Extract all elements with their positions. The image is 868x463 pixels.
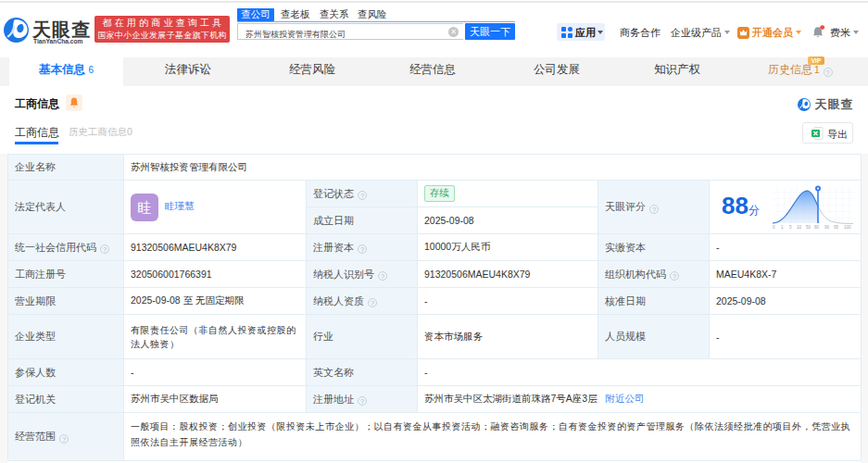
- svg-text:100: 100: [844, 225, 851, 230]
- svg-text:5: 5: [789, 225, 792, 230]
- svg-text:90: 90: [824, 225, 830, 230]
- svg-text:0: 0: [773, 225, 775, 230]
- svg-text:50: 50: [806, 225, 811, 230]
- svg-text:1: 1: [781, 225, 784, 230]
- svg-text:10: 10: [797, 225, 802, 230]
- svg-text:95: 95: [834, 225, 839, 230]
- svg-text:80: 80: [814, 225, 820, 230]
